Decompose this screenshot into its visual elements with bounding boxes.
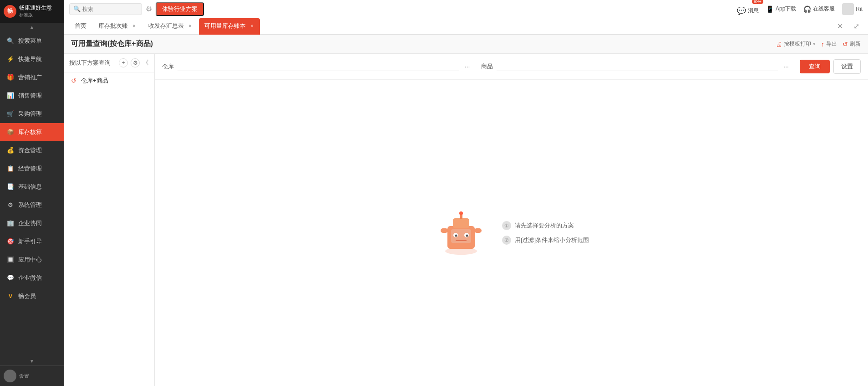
wechat-icon: 💬 (6, 274, 15, 282)
product-filter-more[interactable]: ··· (782, 63, 791, 70)
svg-point-10 (459, 211, 463, 215)
sidebar-item-system[interactable]: ⚙ 系统管理 (0, 196, 64, 214)
tip-1-number: ① (502, 221, 511, 230)
topbar-search-input[interactable] (82, 6, 128, 12)
app-download-label: App下载 (776, 5, 796, 13)
topbar-message[interactable]: 💬 消息 99+ (737, 3, 759, 15)
sidebar-scroll-down[interactable]: ▼ (0, 356, 64, 365)
svg-rect-8 (453, 218, 469, 228)
sidebar-item-finance[interactable]: 💰 资金管理 (0, 141, 64, 160)
product-filter: 商品 ··· (481, 62, 791, 71)
page-title: 可用量查询(按仓库+商品) (71, 39, 153, 49)
app-name-block: 畅康通好生意 标准版 (19, 5, 52, 18)
sidebar-item-purchase[interactable]: 🛒 采购管理 (0, 105, 64, 123)
right-panel: 仓库 ··· 商品 ··· 查询 设置 (155, 54, 868, 386)
svg-rect-11 (441, 228, 448, 233)
tab-batch-ledger-close[interactable]: × (132, 23, 137, 29)
sidebar-item-guide[interactable]: 🎯 新手引导 (0, 232, 64, 251)
topbar-trial-button[interactable]: 体验行业方案 (156, 2, 204, 16)
topbar-gear-icon[interactable]: ⚙ (146, 5, 152, 13)
topbar-actions: 💬 消息 99+ 📱 App下载 🎧 在线客服 Rit (737, 3, 863, 15)
sales-icon: 📊 (6, 92, 15, 100)
topbar-user[interactable]: Rit (842, 3, 863, 15)
sidebar-item-wechat[interactable]: 💬 企业微信 (0, 269, 64, 287)
sidebar-item-shortcut[interactable]: ⚡ 快捷导航 (0, 50, 64, 68)
app-version: 标准版 (19, 12, 52, 18)
product-filter-input[interactable] (497, 62, 778, 71)
collapse-panel-button[interactable]: 《 (142, 59, 149, 67)
tab-receipt-summary[interactable]: 收发存汇总表 × (143, 18, 198, 35)
left-panel: 按以下方案查询 + ⚙ 《 ↺ 仓库+商品 (64, 54, 155, 386)
app-logo: 畅 (4, 5, 16, 18)
content-area: 按以下方案查询 + ⚙ 《 ↺ 仓库+商品 (64, 54, 868, 386)
user-name: Rit (856, 6, 863, 12)
export-icon: ↑ (821, 41, 824, 48)
tab-batch-ledger[interactable]: 库存批次账 × (93, 18, 142, 35)
marketing-icon: 🎁 (6, 73, 15, 82)
inventory-icon: 📦 (6, 128, 15, 136)
print-button[interactable]: 🖨 按模板打印 ▾ (776, 40, 816, 48)
tab-available-qty-close[interactable]: × (249, 23, 254, 29)
sidebar-item-app-center[interactable]: 🔲 应用中心 (0, 251, 64, 269)
window-maximize-btn[interactable]: ⤢ (850, 20, 863, 33)
sidebar-item-inventory[interactable]: 📦 库存核算 (0, 123, 64, 141)
headset-icon: 🎧 (803, 5, 811, 13)
empty-tips: ① 请先选择要分析的方案 ② 用[过滤]条件来缩小分析范围 (502, 221, 589, 245)
sidebar-nav: 🔍 搜索菜单 ⚡ 快捷导航 🎁 营销推广 📊 销售管理 🛒 采购管理 📦 (0, 32, 64, 356)
query-button[interactable]: 查询 (800, 60, 830, 73)
topbar-search-box[interactable]: 🔍 (69, 3, 142, 15)
operations-icon: 📋 (6, 165, 15, 173)
finance-icon: 💰 (6, 146, 15, 154)
sidebar-item-search[interactable]: 🔍 搜索菜单 (0, 32, 64, 50)
refresh-icon: ↺ (843, 41, 848, 48)
scheme-label: 仓库+商品 (81, 77, 108, 85)
empty-state: ① 请先选择要分析的方案 ② 用[过滤]条件来缩小分析范围 (155, 80, 868, 386)
refresh-button[interactable]: ↺ 刷新 (843, 40, 861, 48)
warehouse-filter-more[interactable]: ··· (463, 63, 472, 70)
export-button[interactable]: ↑ 导出 (821, 40, 837, 48)
message-icon: 💬 (737, 6, 746, 15)
sidebar-scroll-up[interactable]: ▲ (0, 23, 64, 32)
tab-batch-ledger-label: 库存批次账 (98, 22, 128, 30)
scheme-icon: ↺ (69, 76, 78, 85)
tab-home-label: 首页 (75, 22, 86, 30)
sidebar-item-enterprise[interactable]: 🏢 企业协同 (0, 214, 64, 232)
tip-1-text: 请先选择要分析的方案 (515, 221, 574, 230)
sidebar-item-marketing[interactable]: 🎁 营销推广 (0, 68, 64, 87)
page-header: 可用量查询(按仓库+商品) 🖨 按模板打印 ▾ ↑ 导出 ↺ 刷新 (64, 35, 868, 54)
basic-info-icon: 📑 (6, 183, 15, 191)
guide-icon: 🎯 (6, 237, 15, 246)
tab-receipt-summary-close[interactable]: × (188, 23, 193, 29)
app-name: 畅康通好生意 (19, 5, 52, 12)
tip-2-text: 用[过滤]条件来缩小分析范围 (515, 236, 589, 244)
scheme-item-warehouse-product[interactable]: ↺ 仓库+商品 (64, 72, 154, 89)
scheme-settings-button[interactable]: ⚙ (131, 58, 140, 67)
message-label: 消息 (748, 7, 759, 15)
tab-bar: 首页 库存批次账 × 收发存汇总表 × 可用量库存账本 × ✕ ⤢ (64, 18, 868, 35)
sidebar-footer[interactable]: 设置 (0, 365, 64, 386)
sidebar-item-basic-info[interactable]: 📑 基础信息 (0, 178, 64, 196)
sidebar-item-sales[interactable]: 📊 销售管理 (0, 87, 64, 105)
sidebar-item-member[interactable]: V 畅会员 (0, 287, 64, 305)
app-center-icon: 🔲 (6, 256, 15, 264)
topbar-online-service[interactable]: 🎧 在线客服 (803, 5, 835, 13)
tab-available-qty[interactable]: 可用量库存账本 × (199, 18, 260, 35)
svg-rect-7 (456, 240, 467, 241)
add-scheme-button[interactable]: + (119, 58, 128, 67)
footer-text: 设置 (19, 373, 29, 380)
message-badge: 99+ (752, 0, 763, 4)
tab-home[interactable]: 首页 (69, 18, 92, 35)
sidebar-item-operations[interactable]: 📋 经营管理 (0, 160, 64, 178)
phone-icon: 📱 (766, 5, 774, 13)
export-label: 导出 (826, 40, 837, 48)
topbar: 🔍 ⚙ 体验行业方案 💬 消息 99+ 📱 App下载 🎧 在线客服 (64, 0, 868, 18)
window-controls: ✕ ⤢ (833, 20, 863, 33)
enterprise-icon: 🏢 (6, 219, 15, 227)
window-close-btn[interactable]: ✕ (833, 20, 846, 33)
footer-avatar (4, 370, 16, 382)
user-avatar (842, 3, 854, 15)
topbar-app-download[interactable]: 📱 App下载 (766, 5, 796, 13)
warehouse-filter-input[interactable] (178, 62, 459, 71)
shortcut-icon: ⚡ (6, 55, 15, 63)
table-settings-button[interactable]: 设置 (833, 59, 861, 74)
